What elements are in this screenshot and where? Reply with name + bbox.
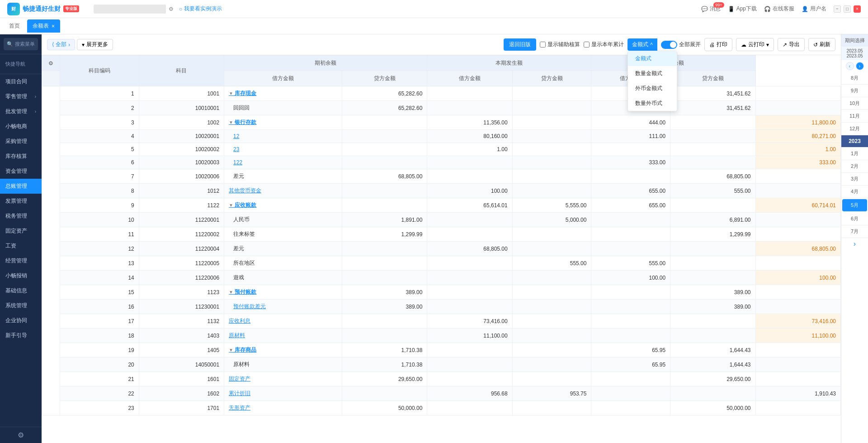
period-month-11[interactable]: 11月 [841, 110, 868, 123]
chevron-right-icon: › [854, 240, 856, 248]
amount-cell [512, 242, 591, 256]
sidebar-item-capital[interactable]: 资金管理 [0, 164, 42, 179]
th-closing-credit: 贷方金额 [670, 71, 755, 86]
sidebar-item-report[interactable]: 小畅报销 [0, 268, 42, 283]
return-old-btn[interactable]: 退回旧版 [504, 38, 536, 51]
show-ytd-checkbox[interactable]: 显示本年累计 [584, 41, 624, 48]
toggle-switch-input[interactable] [661, 41, 677, 49]
account-name-cell[interactable]: ▼ 库存商品 [224, 343, 342, 357]
sidebar-item-salary[interactable]: 工资 [0, 238, 42, 253]
period-month-4[interactable]: 4月 [841, 186, 868, 198]
account-name-cell[interactable]: 应收利息 [224, 314, 342, 329]
sidebar-item-operations[interactable]: 经营管理 [0, 253, 42, 268]
amount-cell [427, 285, 512, 300]
cloud-print-btn[interactable]: ☁ 云打印 ▾ [736, 38, 774, 51]
period-month-5[interactable]: 5月 [842, 199, 867, 212]
amount-cell [755, 213, 840, 227]
settings-col[interactable] [42, 86, 60, 415]
period-month-3[interactable]: 3月 [841, 173, 868, 186]
refresh-icon: ↺ [813, 42, 818, 48]
app-download-btn[interactable]: 📱 App下载 [728, 5, 757, 13]
amount-cell [755, 343, 840, 357]
amount-cell [670, 198, 755, 213]
period-month-12[interactable]: 12月 [841, 123, 868, 135]
expand-all-toggle[interactable]: 全部展开 [661, 41, 701, 49]
amount-cell: 80,271.00 [755, 130, 840, 143]
refresh-btn[interactable]: ↺ 刷新 [808, 38, 835, 51]
user-avatar[interactable]: 👤 用户名 [802, 5, 826, 13]
mode-option-qty-amount[interactable]: 数量金额式 [628, 66, 677, 81]
account-name-cell[interactable]: 无形资产 [224, 401, 342, 415]
mode-main-btn[interactable]: 金额式 ^ [627, 38, 657, 51]
period-month-7[interactable]: 7月 [841, 225, 868, 238]
minimize-btn[interactable]: − [834, 5, 841, 13]
account-name-cell[interactable]: ▼ 银行存款 [224, 115, 342, 130]
period-prev-btn[interactable]: ‹ [846, 62, 854, 70]
mode-option-qty-foreign[interactable]: 数量外币式 [628, 96, 677, 111]
maximize-btn[interactable]: □ [844, 5, 851, 13]
account-name-cell[interactable]: 原材料 [224, 329, 342, 343]
config-icon[interactable]: ⚙ [169, 6, 174, 12]
top-bar-right: 💬 消息 99+ 📱 App下载 🎧 在线客服 👤 用户名 − □ × [701, 5, 861, 13]
account-name-cell[interactable]: 预付账款差元 [224, 300, 342, 314]
table-row: 151123▼ 预付账款389.00389.00 [42, 285, 841, 300]
amount-cell [755, 372, 840, 386]
print-btn[interactable]: 🖨 打印 [704, 38, 732, 51]
sidebar-item-inventory[interactable]: 库存核算 [0, 149, 42, 164]
account-name-cell[interactable]: 固定资产 [224, 372, 342, 386]
settings-icon[interactable]: ⚙ [18, 431, 24, 439]
sidebar-item-guide[interactable]: 新手引导 [0, 328, 42, 343]
tab-balance[interactable]: 余额表 × [27, 19, 60, 33]
account-name-cell[interactable]: 23 [224, 143, 342, 156]
period-month-6[interactable]: 6月 [841, 213, 868, 225]
sidebar-item-system[interactable]: 系统管理 [0, 298, 42, 313]
account-name-cell[interactable]: 其他货币资金 [224, 184, 342, 198]
period-month-1[interactable]: 1月 [841, 148, 868, 160]
sidebar-item-accounting[interactable]: 总账管理 [0, 179, 42, 194]
sidebar-item-tax[interactable]: 税务管理 [0, 209, 42, 224]
sidebar-item-wholesale[interactable]: 批发管理 › [0, 104, 42, 119]
mode-option-amount[interactable]: 金额式 [628, 51, 677, 66]
show-auxiliary-checkbox[interactable]: 显示辅助核算 [540, 41, 580, 48]
sidebar-item-ecommerce[interactable]: 小畅电商 [0, 119, 42, 134]
period-month-9[interactable]: 9月 [841, 85, 868, 97]
export-btn[interactable]: ↗ 导出 [778, 38, 805, 51]
amount-cell: 31,451.62 [670, 101, 755, 115]
period-month-2[interactable]: 2月 [841, 160, 868, 173]
tab-home[interactable]: 首页 [4, 19, 25, 33]
account-name-cell[interactable]: 122 [224, 156, 342, 169]
mode-option-foreign-amount[interactable]: 外币金额式 [628, 81, 677, 96]
search-menu-btn[interactable]: 🔍 搜索菜单 [4, 38, 38, 50]
sidebar-item-purchase[interactable]: 采购管理 [0, 134, 42, 149]
amount-cell [670, 314, 755, 329]
account-name-cell[interactable]: 累计折旧 [224, 386, 342, 401]
ytd-checkbox-input[interactable] [584, 42, 590, 48]
account-name-cell[interactable]: ▼ 应收账款 [224, 198, 342, 213]
account-name-cell[interactable]: ▼ 库存现金 [224, 86, 342, 101]
sidebar-item-retail[interactable]: 零售管理 › [0, 89, 42, 104]
table-row: 4100200011280,160.00111.0080,271.00 [42, 130, 841, 143]
auxiliary-checkbox-input[interactable] [540, 42, 546, 48]
period-month-8[interactable]: 8月 [841, 72, 868, 85]
amount-cell [512, 115, 591, 130]
sidebar-item-project[interactable]: 项目合同 [0, 74, 42, 89]
period-year-2023[interactable]: 2023 [841, 135, 868, 148]
sidebar-item-assets[interactable]: 固定资产 [0, 224, 42, 238]
notification-btn[interactable]: 💬 消息 99+ [701, 5, 721, 13]
expand-more-btn[interactable]: ▾ 展开更多 [77, 39, 113, 50]
period-next-btn[interactable]: › [856, 62, 864, 70]
close-btn[interactable]: × [854, 5, 861, 13]
tab-close-icon[interactable]: × [52, 23, 55, 29]
table-row: 181403原材料11,100.0011,100.00 [42, 329, 841, 343]
account-name-cell[interactable]: ▼ 预付账款 [224, 285, 342, 300]
table-row: 1611230001预付账款差元389.00389.00 [42, 300, 841, 314]
account-code-cell: 1132 [139, 314, 224, 329]
sidebar-item-invoice[interactable]: 发票管理 [0, 194, 42, 209]
sidebar-item-basic[interactable]: 基础信息 [0, 283, 42, 298]
period-month-10[interactable]: 10月 [841, 97, 868, 110]
online-service-btn[interactable]: 🎧 在线客服 [764, 5, 794, 13]
period-collapse-btn[interactable]: › [841, 238, 868, 250]
demo-link[interactable]: ○ 我要看实例演示 [179, 5, 222, 13]
sidebar-item-coop[interactable]: 企业协同 [0, 313, 42, 328]
account-name-cell[interactable]: 12 [224, 130, 342, 143]
